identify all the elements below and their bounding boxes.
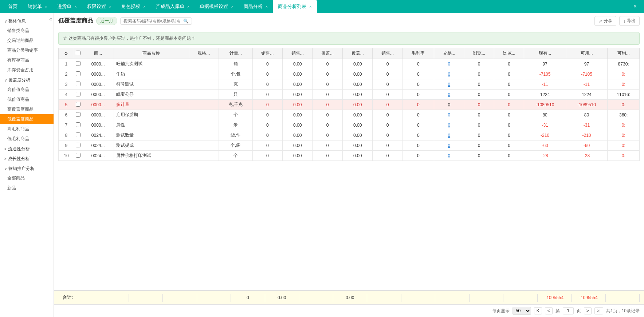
row-checkbox-input[interactable] xyxy=(76,102,80,107)
col-cover2[interactable]: 覆盖... xyxy=(342,48,372,59)
col-browse2[interactable]: 浏览... xyxy=(494,48,524,59)
row-product-name[interactable]: 旺铺批次测试 xyxy=(114,59,189,69)
close-icon[interactable]: × xyxy=(74,0,76,13)
row-checkbox-input[interactable] xyxy=(76,132,80,137)
sidebar-flow-analysis[interactable]: > 流通性分析 xyxy=(0,144,54,154)
row-checkbox[interactable] xyxy=(74,90,82,100)
col-browse1[interactable]: 浏览... xyxy=(464,48,494,59)
first-page-button[interactable]: K xyxy=(534,307,542,314)
col-available[interactable]: 可用... xyxy=(566,48,607,59)
prev-page-button[interactable]: < xyxy=(545,307,553,314)
row-product-name[interactable]: 启用保质期 xyxy=(114,110,189,120)
col-settings[interactable]: ⚙ xyxy=(59,48,74,59)
row-trade[interactable]: 0 xyxy=(434,110,464,120)
sidebar-item-low-coverage[interactable]: 低覆盖度商品 xyxy=(0,114,54,124)
sidebar-item-all-goods[interactable]: 全部商品 xyxy=(0,173,54,183)
row-checkbox[interactable] xyxy=(74,120,82,130)
row-product-name[interactable]: 多计量 xyxy=(114,100,189,110)
row-checkbox-input[interactable] xyxy=(76,71,80,76)
sidebar-general-info[interactable]: ∨ 整体信息 xyxy=(0,16,54,26)
close-icon[interactable]: × xyxy=(231,0,233,13)
row-checkbox-input[interactable] xyxy=(76,112,80,117)
row-product-name[interactable]: 属性价格打印测试 xyxy=(114,151,189,161)
sidebar-item-high-margin[interactable]: 高毛利商品 xyxy=(0,124,54,134)
row-trade[interactable]: 0 xyxy=(434,100,464,110)
search-input[interactable] xyxy=(123,19,182,24)
window-close-button[interactable]: × xyxy=(629,3,641,10)
col-spec[interactable]: 规格... xyxy=(189,48,219,59)
export-button[interactable]: ↓ 导出 xyxy=(619,16,640,26)
col-name[interactable]: 商品名称 xyxy=(114,48,189,59)
sidebar-item-low-margin[interactable]: 低毛利商品 xyxy=(0,134,54,144)
row-checkbox[interactable] xyxy=(74,69,82,79)
close-icon[interactable]: × xyxy=(143,0,145,13)
nav-product-analysis[interactable]: 商品分析 × xyxy=(239,0,273,13)
col-sales2[interactable]: 销售... xyxy=(283,48,313,59)
close-icon[interactable]: × xyxy=(309,0,311,13)
row-checkbox[interactable] xyxy=(74,110,82,120)
sidebar-item-new-goods[interactable]: 新品 xyxy=(0,183,54,193)
close-icon[interactable]: × xyxy=(187,0,189,13)
row-trade[interactable]: 0 xyxy=(434,120,464,130)
row-product-name[interactable]: 属性 xyxy=(114,120,189,130)
row-checkbox[interactable] xyxy=(74,130,82,140)
sidebar-item-category-rate[interactable]: 商品分类动销率 xyxy=(0,45,54,55)
nav-permission[interactable]: 权限设置 × xyxy=(82,0,116,13)
sidebar-item-stock-capital[interactable]: 库存资金占用 xyxy=(0,65,54,75)
col-current[interactable]: 现有... xyxy=(524,48,566,59)
sidebar-item-sales-goods[interactable]: 销售类商品 xyxy=(0,26,54,36)
nav-purchase-order[interactable]: 进货单 × xyxy=(52,0,82,13)
sidebar-promotion-analysis[interactable]: ∨ 营销推广分析 xyxy=(0,163,54,173)
page-number-input[interactable] xyxy=(563,307,574,314)
row-checkbox[interactable] xyxy=(74,100,82,110)
per-page-select[interactable]: 50 100 200 xyxy=(513,307,531,315)
sidebar-coverage-analysis[interactable]: ∨ 覆盖度分析 xyxy=(0,75,54,85)
sidebar-item-high-coverage[interactable]: 高覆盖度商品 xyxy=(0,104,54,114)
nav-sales-order[interactable]: 销货单 × xyxy=(23,0,52,13)
col-sales1[interactable]: 销售... xyxy=(252,48,282,59)
col-unit[interactable]: 计量... xyxy=(219,48,252,59)
col-gross-margin[interactable]: 毛利率 xyxy=(402,48,434,59)
col-cover1[interactable]: 覆盖... xyxy=(313,48,342,59)
data-table-wrapper[interactable]: ⚙ 商... 商品名称 规格... 计量... 销售... 销售... 覆盖..… xyxy=(58,48,640,290)
row-checkbox-input[interactable] xyxy=(76,143,80,147)
sidebar-growth-analysis[interactable]: > 成长性分析 xyxy=(0,154,54,163)
row-checkbox[interactable] xyxy=(74,151,82,161)
row-checkbox-input[interactable] xyxy=(76,122,80,127)
nav-template-settings[interactable]: 单据模板设置 × xyxy=(195,0,238,13)
row-checkbox-input[interactable] xyxy=(76,92,80,96)
nav-product-analysis-list[interactable]: 商品分析列表 × xyxy=(273,0,317,13)
search-icon[interactable]: 🔍 xyxy=(183,19,189,24)
sidebar-item-low-value[interactable]: 低价值商品 xyxy=(0,95,54,104)
row-checkbox[interactable] xyxy=(74,59,82,69)
row-checkbox-input[interactable] xyxy=(76,82,80,86)
nav-home[interactable]: 首页 xyxy=(3,0,23,13)
row-trade[interactable]: 0 xyxy=(434,69,464,79)
close-icon[interactable]: × xyxy=(266,0,268,13)
row-checkbox-input[interactable] xyxy=(76,61,80,66)
row-trade[interactable]: 0 xyxy=(434,79,464,90)
row-trade[interactable]: 0 xyxy=(434,90,464,100)
col-trade[interactable]: 交易... xyxy=(434,48,464,59)
row-checkbox[interactable] xyxy=(74,140,82,151)
share-button[interactable]: ↗ 分享 xyxy=(594,16,616,26)
row-trade[interactable]: 0 xyxy=(434,151,464,161)
row-product-name[interactable]: 测试提成 xyxy=(114,140,189,151)
row-product-name[interactable]: 牛奶 xyxy=(114,69,189,79)
sidebar-collapse-button[interactable]: « xyxy=(49,16,52,22)
row-trade[interactable]: 0 xyxy=(434,130,464,140)
row-checkbox[interactable] xyxy=(74,79,82,90)
last-page-button[interactable]: >| xyxy=(594,307,603,314)
col-sales3[interactable]: 销售... xyxy=(373,48,402,59)
nav-product-inbound[interactable]: 产成品入库单 × xyxy=(151,0,195,13)
sidebar-item-high-value[interactable]: 高价值商品 xyxy=(0,85,54,95)
row-trade[interactable]: 0 xyxy=(434,140,464,151)
row-product-name[interactable]: 眠宝公仔 xyxy=(114,90,189,100)
close-icon[interactable]: × xyxy=(45,0,47,13)
sidebar-item-in-stock[interactable]: 有库存商品 xyxy=(0,55,54,65)
nav-role-auth[interactable]: 角色授权 × xyxy=(116,0,150,13)
row-product-name[interactable]: 测试数量 xyxy=(114,130,189,140)
date-filter-button[interactable]: 近一月 xyxy=(96,17,117,25)
col-code[interactable]: 商... xyxy=(82,48,114,59)
row-trade[interactable]: 0 xyxy=(434,59,464,69)
